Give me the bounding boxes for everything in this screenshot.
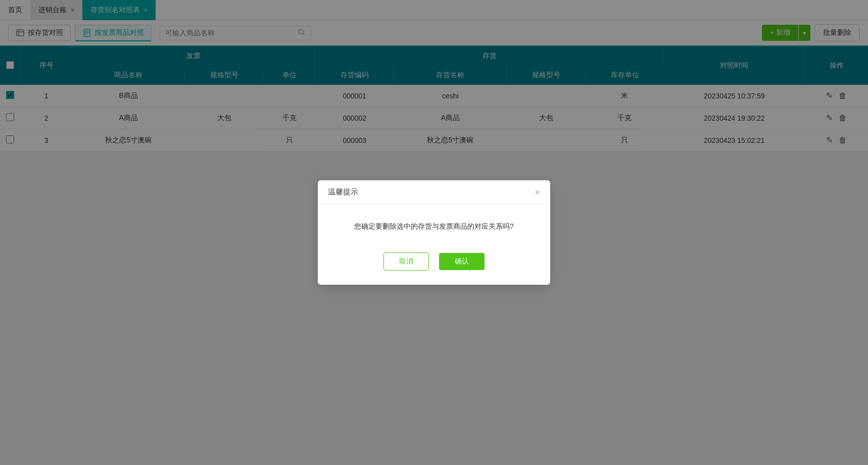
- dialog-overlay: 温馨提示 × 您确定要删除选中的存货与发票商品的对应关系吗? 取消 确认: [0, 0, 868, 151]
